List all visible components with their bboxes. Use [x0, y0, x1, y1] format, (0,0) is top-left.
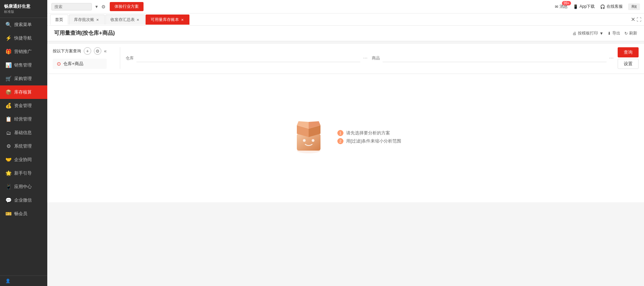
enterprise-icon: 🤝	[5, 157, 11, 163]
topbar: ▼ ⚙ 体验行业方案 ✉ 消息 99+ 📱 App下载 🎧 在线客服 Rit	[47, 0, 644, 14]
sidebar: 畅康通好生意 标准版 🔍 搜索菜单 ⚡ 快捷导航 🎁 营销推广 📊 销售管理 🛒…	[0, 0, 47, 286]
sidebar-item-operations[interactable]: 📋 经营管理	[0, 112, 47, 126]
tab-available-close[interactable]: ×	[180, 17, 184, 22]
product-input[interactable]	[383, 54, 607, 62]
print-button[interactable]: 🖨 按模板打印 ▼	[572, 30, 603, 36]
sidebar-item-system[interactable]: ⚙ 系统管理	[0, 139, 47, 153]
query-label: 按以下方案查询	[53, 48, 81, 54]
sidebar-item-basic[interactable]: 🗂 基础信息	[0, 126, 47, 139]
sidebar-item-inventory[interactable]: 📦 库存核算	[0, 85, 47, 99]
sidebar-item-label: 新手引导	[14, 170, 32, 176]
tab-available[interactable]: 可用量库存账本 ×	[146, 15, 189, 25]
export-button[interactable]: ⬇ 导出	[608, 30, 620, 36]
close-tab-button[interactable]: ✕	[631, 16, 635, 23]
scheme-label: 仓库+商品	[63, 61, 83, 67]
warehouse-more-icon[interactable]: ···	[363, 55, 367, 61]
tab-summary-label: 收发存汇总表	[110, 17, 135, 23]
tabsbar-right: ✕ ⛶	[631, 16, 644, 23]
empty-hints: 1 请先选择要分析的方案 2 用[过滤]条件来缩小分析范围	[337, 130, 401, 146]
sales-icon: 📊	[5, 62, 11, 68]
headset-icon: 🎧	[600, 4, 605, 9]
settings-button[interactable]: 设置	[618, 59, 639, 69]
sidebar-item-label: 系统管理	[14, 143, 32, 149]
sidebar-item-label: 搜索菜单	[14, 22, 32, 28]
newbie-icon: 🌟	[5, 170, 11, 176]
gear-icon[interactable]: ⚙	[101, 4, 106, 9]
warehouse-label: 仓库	[126, 55, 134, 61]
refresh-button[interactable]: ↻ 刷新	[624, 30, 637, 36]
query-button[interactable]: 查询	[618, 47, 639, 57]
tab-batch[interactable]: 库存批次账 ×	[69, 15, 105, 25]
sidebar-item-label: 基础信息	[14, 130, 32, 136]
service-label: 在线客服	[607, 4, 623, 9]
tab-batch-close[interactable]: ×	[96, 17, 100, 22]
filter-action-buttons: 查询 设置	[618, 47, 639, 69]
tab-summary-close[interactable]: ×	[136, 17, 140, 22]
dropdown-arrow-icon[interactable]: ▼	[95, 4, 99, 9]
system-icon: ⚙	[5, 143, 11, 149]
purchase-icon: 🛒	[5, 76, 11, 82]
user-label: Rit	[632, 4, 637, 9]
tab-home-label: 首页	[55, 17, 63, 23]
sidebar-item-shortcut[interactable]: ⚡ 快捷导航	[0, 31, 47, 45]
empty-illustration	[290, 119, 324, 152]
message-button[interactable]: ✉ 消息 99+	[555, 4, 568, 9]
sidebar-item-wechat[interactable]: 💬 企业微信	[0, 193, 47, 207]
expand-button[interactable]: ⛶	[637, 17, 641, 22]
empty-hint-1: 1 请先选择要分析的方案	[337, 130, 401, 136]
export-icon: ⬇	[608, 31, 611, 36]
product-label: 商品	[372, 55, 380, 61]
customer-service-button[interactable]: 🎧 在线客服	[600, 4, 623, 9]
sidebar-item-label: 营销推广	[14, 49, 32, 55]
page-title: 可用量查询(按仓库+商品)	[54, 30, 115, 37]
sidebar-item-member[interactable]: 🎫 畅会员	[0, 207, 47, 220]
sidebar-item-apps[interactable]: 📱 应用中心	[0, 180, 47, 193]
print-dropdown-icon: ▼	[599, 31, 603, 36]
sidebar-item-label: 企业微信	[14, 197, 32, 203]
sidebar-item-finance[interactable]: 💰 资金管理	[0, 99, 47, 112]
sidebar-bottom-user[interactable]: 👤	[0, 276, 47, 286]
tab-available-label: 可用量库存账本	[151, 17, 179, 23]
add-scheme-button[interactable]: +	[84, 47, 91, 55]
empty-content: 1 请先选择要分析的方案 2 用[过滤]条件来缩小分析范围	[290, 119, 401, 158]
warehouse-input[interactable]	[136, 54, 360, 62]
sidebar-item-search[interactable]: 🔍 搜索菜单	[0, 18, 47, 31]
sidebar-item-label: 快捷导航	[14, 35, 32, 41]
sidebar-item-label: 应用中心	[14, 184, 32, 190]
sidebar-item-label: 库存核算	[14, 89, 32, 95]
product-more-icon[interactable]: ···	[609, 55, 614, 61]
refresh-icon: ↻	[624, 31, 628, 36]
sidebar-item-purchase[interactable]: 🛒 采购管理	[0, 72, 47, 85]
sidebar-item-label: 畅会员	[14, 211, 27, 217]
sidebar-item-label: 经营管理	[14, 116, 32, 122]
hint-num-2: 2	[337, 138, 343, 144]
sidebar-item-sales[interactable]: 📊 销售管理	[0, 58, 47, 72]
search-input[interactable]	[51, 3, 92, 10]
search-icon: 🔍	[5, 22, 11, 28]
tabs-bar: 首页 库存批次账 × 收发存汇总表 × 可用量库存账本 × ✕ ⛶	[47, 14, 644, 26]
sidebar-item-label: 企业协同	[14, 157, 32, 163]
basic-icon: 🗂	[5, 130, 11, 136]
hint-text-2: 用[过滤]条件来缩小分析范围	[346, 138, 401, 144]
print-label: 按模板打印	[578, 30, 598, 36]
sidebar-item-newbie[interactable]: 🌟 新手引导	[0, 166, 47, 180]
finance-icon: 💰	[5, 103, 11, 109]
app-label: App下载	[579, 4, 595, 9]
message-badge: 99+	[562, 1, 571, 5]
collapse-icon[interactable]: «	[104, 48, 107, 54]
empty-state: 1 请先选择要分析的方案 2 用[过滤]条件来缩小分析范围	[47, 74, 644, 202]
scheme-settings-button[interactable]: ⚙	[94, 47, 101, 55]
wechat-icon: 💬	[5, 197, 11, 203]
member-icon: 🎫	[5, 211, 11, 217]
tab-summary[interactable]: 收发存汇总表 ×	[105, 15, 145, 25]
sidebar-item-enterprise[interactable]: 🤝 企业协同	[0, 153, 47, 166]
trial-button[interactable]: 体验行业方案	[110, 2, 144, 11]
apps-icon: 📱	[5, 184, 11, 190]
user-menu[interactable]: Rit	[628, 3, 640, 10]
app-download-button[interactable]: 📱 App下载	[573, 4, 595, 9]
scheme-item-warehouse-product[interactable]: ⊙ 仓库+商品	[53, 59, 107, 69]
tab-home[interactable]: 首页	[50, 15, 68, 25]
sidebar-item-marketing[interactable]: 🎁 营销推广	[0, 45, 47, 58]
tab-batch-label: 库存批次账	[74, 17, 94, 23]
logo-sub: 标准版	[4, 9, 43, 14]
